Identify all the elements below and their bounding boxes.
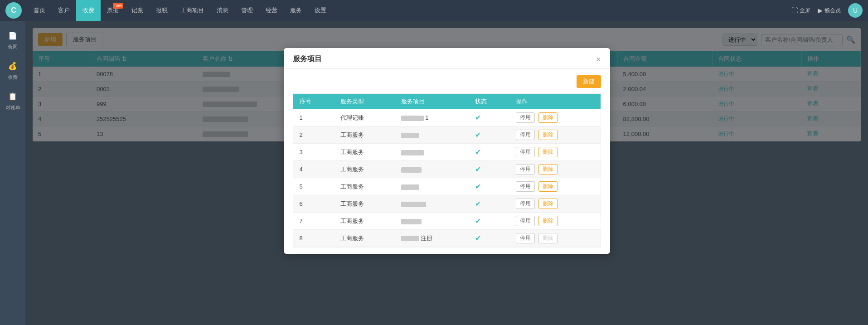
modal-cell-item: ██ 注册 — [395, 230, 469, 247]
modal-header: 服务项目 × — [284, 48, 610, 69]
nav-settings[interactable]: 设置 — [308, 0, 333, 21]
sidebar-item-contract[interactable]: 📄 合同 — [1, 25, 24, 54]
nav-business[interactable]: 工商项目 — [174, 0, 210, 21]
modal-cell-seq: 2 — [293, 126, 334, 144]
stop-button[interactable]: 停用 — [516, 181, 535, 192]
nav-customer[interactable]: 客户 — [52, 0, 76, 21]
delete-button[interactable]: 删除 — [538, 112, 558, 123]
modal-cell-seq: 4 — [293, 161, 334, 178]
delete-button[interactable]: 删除 — [538, 233, 558, 243]
modal-cell-type: 工商服务 — [334, 144, 395, 161]
modal-overlay: 服务项目 × 新建 序号 服务类型 服务项目 — [25, 21, 868, 325]
app-logo: C — [5, 2, 22, 19]
modal-toolbar: 新建 — [293, 75, 601, 88]
modal-table-row: 1 代理记账 ██ 1 ✔ 停用 删除 — [293, 109, 601, 126]
modal-body: 新建 序号 服务类型 服务项目 状态 操作 — [284, 69, 610, 254]
status-check-icon: ✔ — [475, 165, 481, 173]
modal-cell-action: 停用 删除 — [509, 109, 600, 126]
modal-title: 服务项目 — [293, 54, 322, 64]
modal-cell-item: ██████ — [395, 178, 469, 195]
nav-message[interactable]: 消息 — [210, 0, 235, 21]
nav-tax[interactable]: 报税 — [150, 0, 174, 21]
nav-service[interactable]: 服务 — [284, 0, 308, 21]
modal-cell-status: ✔ — [469, 195, 509, 213]
modal-cell-status: ✔ — [469, 126, 509, 144]
modal-cell-status: ✔ — [469, 213, 509, 230]
nav-charge[interactable]: 收费 — [76, 0, 101, 21]
modal-table-wrap[interactable]: 序号 服务类型 服务项目 状态 操作 1 代理记账 ██ 1 ✔ 停用 — [293, 93, 601, 247]
modal-cell-action: 停用 删除 — [509, 195, 600, 213]
modal-cell-action: 停用 删除 — [509, 213, 600, 230]
status-check-icon: ✔ — [475, 217, 481, 225]
stop-button[interactable]: 停用 — [516, 147, 535, 157]
status-check-icon: ✔ — [475, 131, 481, 139]
delete-button[interactable]: 删除 — [538, 199, 558, 209]
nav-operation[interactable]: 经营 — [259, 0, 284, 21]
modal-th-item: 服务项目 — [395, 94, 469, 109]
badge-new: new — [113, 3, 123, 9]
modal-cell-seq: 8 — [293, 230, 334, 247]
modal-cell-type: 工商服务 — [334, 230, 395, 247]
stop-button[interactable]: 停用 — [516, 216, 535, 226]
stop-button[interactable]: 停用 — [516, 112, 535, 123]
modal-cell-item: ██████ — [395, 195, 469, 213]
delete-button[interactable]: 删除 — [538, 130, 558, 140]
modal-table-row: 3 工商服务 ██████ ✔ 停用 删除 — [293, 144, 601, 161]
service-modal: 服务项目 × 新建 序号 服务类型 服务项目 — [284, 48, 610, 254]
delete-button[interactable]: 删除 — [538, 181, 558, 192]
modal-cell-seq: 6 — [293, 195, 334, 213]
delete-button[interactable]: 删除 — [538, 216, 558, 226]
modal-close-button[interactable]: × — [596, 55, 601, 63]
modal-cell-item: ██ 1 — [395, 109, 469, 126]
nav-manage[interactable]: 管理 — [235, 0, 259, 21]
nav-invoice[interactable]: 票据 new — [101, 0, 125, 21]
fullscreen-button[interactable]: ⛶ 全屏 — [791, 7, 810, 15]
modal-new-button[interactable]: 新建 — [577, 75, 601, 88]
delete-button[interactable]: 删除 — [538, 147, 558, 157]
modal-cell-action: 停用 删除 — [509, 144, 600, 161]
modal-cell-seq: 1 — [293, 109, 334, 126]
modal-cell-status: ✔ — [469, 109, 509, 126]
status-check-icon: ✔ — [475, 148, 481, 156]
avatar[interactable]: U — [848, 3, 863, 18]
left-sidebar: 📄 合同 💰 收费 📋 对账单 — [0, 21, 25, 325]
modal-cell-status: ✔ — [469, 230, 509, 247]
member-button[interactable]: ▶ 畅会员 — [818, 7, 841, 15]
sidebar-item-charge[interactable]: 💰 收费 — [1, 56, 24, 84]
modal-cell-action: 停用 删除 — [509, 161, 600, 178]
stop-button[interactable]: 停用 — [516, 130, 535, 140]
sidebar-item-statement[interactable]: 📋 对账单 — [1, 86, 24, 115]
modal-cell-type: 工商服务 — [334, 195, 395, 213]
stop-button[interactable]: 停用 — [516, 233, 535, 243]
top-nav: C 首页 客户 收费 票据 new 记账 报税 工商项目 消息 管理 经营 服务… — [0, 0, 868, 21]
status-check-icon: ✔ — [475, 200, 481, 208]
stop-button[interactable]: 停用 — [516, 199, 535, 209]
modal-th-seq: 序号 — [293, 94, 334, 109]
nav-home[interactable]: 首页 — [27, 0, 52, 21]
main-layout: 📄 合同 💰 收费 📋 对账单 新增 服务项目 进行中 已完成 全部 — [0, 21, 868, 325]
status-check-icon: ✔ — [475, 234, 481, 242]
modal-table-row: 6 工商服务 ██████ ✔ 停用 删除 — [293, 195, 601, 213]
delete-button[interactable]: 删除 — [538, 164, 558, 175]
modal-cell-action: 停用 删除 — [509, 178, 600, 195]
modal-cell-status: ✔ — [469, 161, 509, 178]
charge-icon: 💰 — [6, 59, 19, 72]
status-check-icon: ✔ — [475, 114, 481, 121]
modal-cell-type: 工商服务 — [334, 178, 395, 195]
modal-cell-type: 工商服务 — [334, 126, 395, 144]
nav-right: ⛶ 全屏 ▶ 畅会员 U — [791, 3, 863, 18]
modal-th-type: 服务类型 — [334, 94, 395, 109]
modal-cell-seq: 5 — [293, 178, 334, 195]
modal-cell-item: ██████ — [395, 161, 469, 178]
modal-table-row: 2 工商服务 ██████ ✔ 停用 删除 — [293, 126, 601, 144]
modal-table-row: 4 工商服务 ██████ ✔ 停用 删除 — [293, 161, 601, 178]
status-check-icon: ✔ — [475, 183, 481, 190]
modal-cell-seq: 3 — [293, 144, 334, 161]
modal-data-table: 序号 服务类型 服务项目 状态 操作 1 代理记账 ██ 1 ✔ 停用 — [293, 94, 601, 247]
modal-cell-action: 停用 删除 — [509, 230, 600, 247]
statement-icon: 📋 — [6, 90, 19, 102]
stop-button[interactable]: 停用 — [516, 164, 535, 175]
modal-cell-action: 停用 删除 — [509, 126, 600, 144]
modal-cell-item: ██████ — [395, 126, 469, 144]
nav-bookkeeping[interactable]: 记账 — [125, 0, 150, 21]
